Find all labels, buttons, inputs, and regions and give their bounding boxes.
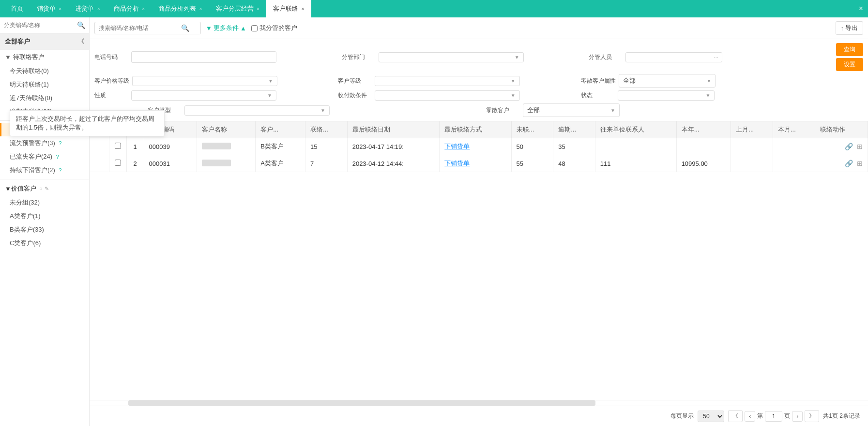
bottom-bar: 每页显示 50 20 100 《 ‹ 第 页 › 》 共1页 2条记录 — [90, 406, 868, 426]
nav-tab-customer-contact[interactable]: 客户联络 × — [266, 0, 311, 17]
row2-name-blurred — [202, 160, 231, 166]
sidebar-search-icon[interactable]: 🔍 — [77, 21, 85, 29]
close-sales-tab[interactable]: × — [59, 6, 61, 12]
close-all-tabs[interactable]: × — [859, 4, 863, 13]
already-lost-info-icon[interactable]: ? — [56, 154, 59, 160]
row2-last-contact-method: 下销货单 — [440, 155, 511, 172]
filter-row-1: 电话号码 分管部门 ▼ 分管人员 ··· — [94, 43, 863, 71]
nav-tab-product-analysis[interactable]: 商品分析 × — [107, 0, 152, 17]
nature-label: 性质 — [94, 91, 128, 100]
row1-settings-cell — [90, 138, 109, 155]
nav-tab-product-list[interactable]: 商品分析列表 × — [152, 0, 209, 17]
close-customer-tier-tab[interactable]: × — [257, 6, 259, 12]
row2-link-icon[interactable]: 🔗 — [845, 160, 853, 167]
retail-customer-select[interactable]: 全部 ▼ — [523, 103, 620, 117]
sidebar-collapse-icon[interactable]: 《 — [78, 37, 84, 46]
close-product-list-tab[interactable]: × — [199, 6, 202, 12]
row2-checkbox[interactable] — [115, 160, 121, 166]
row1-checkbox[interactable] — [115, 143, 121, 149]
sidebar-search-input[interactable] — [4, 22, 77, 29]
my-customers-checkbox-wrap: 我分管的客户 — [251, 24, 297, 32]
sidebar-item-today[interactable]: 今天待联络(0) — [0, 64, 89, 78]
filter-cell-price-level: 客户价格等级 ▼ — [94, 76, 333, 86]
my-customers-checkbox[interactable] — [251, 25, 258, 31]
sidebar-item-unclassified[interactable]: 未分组(32) — [0, 196, 89, 209]
filter-row-4: ··· 客户类型 ▼ 零散客户 全部 ▼ — [94, 103, 863, 117]
sidebar-item-7days[interactable]: 近7天待联络(0) — [0, 91, 89, 105]
page-number-input[interactable] — [765, 411, 782, 422]
customer-level-caret-icon: ▼ — [511, 78, 516, 84]
repurchase-tooltip: 距客户上次交易时长，超过了此客户的平均交易周期的1.5倍，则视为异常。 — [10, 110, 90, 136]
retail-attr-select[interactable]: 全部 ▼ — [619, 74, 716, 88]
settings-button[interactable]: 设置 — [836, 58, 863, 71]
customer-type-select[interactable]: ▼ — [184, 105, 330, 116]
price-level-label: 客户价格等级 — [94, 77, 129, 85]
total-records: 共1页 2条记录 — [823, 412, 860, 420]
phone-input[interactable] — [131, 51, 276, 63]
nature-select[interactable]: ▼ — [131, 90, 276, 101]
row2-grid-icon[interactable]: ⊞ — [857, 160, 863, 167]
manager-select[interactable]: ··· — [625, 52, 722, 62]
page-last-btn[interactable]: 》 — [805, 410, 819, 422]
dept-select[interactable]: ▼ — [379, 52, 524, 62]
filter-cell-customer-type: 客户类型 ▼ — [148, 105, 481, 116]
col-header-actions: 联络动作 — [815, 121, 868, 138]
sidebar-item-class-b[interactable]: B类客户(33) — [0, 223, 89, 236]
value-customer-group[interactable]: ▼ 价值客户 ○ ✎ — [0, 181, 89, 196]
row2-last-contact-method-link[interactable]: 下销货单 — [444, 160, 470, 167]
nav-tab-purchase[interactable]: 进货单 × — [68, 0, 107, 17]
export-icon: ↑ — [841, 25, 844, 32]
sidebar-item-class-c[interactable]: C类客户(6) — [0, 236, 89, 250]
nav-tab-sales[interactable]: 销货单 × — [30, 0, 68, 17]
close-customer-contact-tab[interactable]: × — [301, 6, 304, 12]
value-customer-edit-icon[interactable]: ○ — [39, 186, 43, 191]
sidebar-item-continuous-down[interactable]: 持续下滑客户(2) ? — [0, 163, 89, 177]
sidebar-item-already-lost[interactable]: 已流失客户(24) ? — [0, 150, 89, 163]
page-suffix: 页 — [784, 412, 790, 420]
row1-link-icon[interactable]: 🔗 — [845, 143, 853, 150]
nav-tab-customer-tier[interactable]: 客户分层经营 × — [209, 0, 266, 17]
continuous-down-info-icon[interactable]: ? — [59, 167, 61, 173]
filter-cell-dept: 分管部门 ▼ — [342, 52, 584, 62]
value-customer-config-icon[interactable]: ✎ — [45, 186, 49, 192]
row1-grid-icon[interactable]: ⊞ — [857, 143, 863, 150]
filter-cell-status: 状态 ▼ — [581, 90, 820, 101]
price-level-caret-icon: ▼ — [268, 78, 273, 84]
lost-preview-info-icon[interactable]: ? — [59, 140, 61, 146]
all-customers-header[interactable]: 全部客户 《 — [0, 33, 89, 50]
col-header-this-month: 本月... — [773, 121, 815, 138]
nav-tab-home[interactable]: 首页 — [4, 0, 30, 17]
customer-level-select[interactable]: ▼ — [375, 76, 520, 86]
export-button[interactable]: ↑ 导出 — [836, 21, 864, 35]
advanced-filter: 电话号码 分管部门 ▼ 分管人员 ··· — [90, 39, 868, 121]
col-header-category: 客户... — [256, 121, 305, 138]
per-page-select[interactable]: 50 20 100 — [698, 411, 724, 422]
sidebar-search-bar: 🔍 — [0, 17, 89, 33]
row1-name-blurred — [202, 143, 231, 149]
row2-this-year: 10995.00 — [676, 155, 731, 172]
more-conditions-btn[interactable]: ▼ 更多条件 ▲ — [206, 24, 246, 32]
status-select[interactable]: ▼ — [618, 90, 715, 101]
sidebar-item-tomorrow[interactable]: 明天待联络(1) — [0, 78, 89, 91]
payment-select[interactable]: ▼ — [375, 90, 520, 101]
page-first-btn[interactable]: 《 — [728, 410, 743, 422]
scrollbar-thumb[interactable] — [128, 400, 595, 406]
row1-action-icons: 🔗 ⊞ — [820, 143, 863, 150]
row2-action-icons: 🔗 ⊞ — [820, 160, 863, 167]
content-area: 🔍 ▼ 更多条件 ▲ 我分管的客户 ↑ 导出 — [90, 17, 868, 426]
sidebar-item-class-a[interactable]: A类客户(1) — [0, 209, 89, 223]
sidebar-item-lost-preview[interactable]: 流失预警客户(3) ? — [0, 136, 89, 150]
main-search-icon[interactable]: 🔍 — [181, 24, 189, 32]
close-purchase-tab[interactable]: × — [97, 6, 100, 12]
main-search-input[interactable] — [99, 25, 181, 31]
horizontal-scrollbar[interactable] — [90, 400, 868, 406]
query-button[interactable]: 查询 — [836, 43, 863, 56]
sidebar: 🔍 全部客户 《 ▼ 待联络客户 今天待联络(0) 明天待联络(1) 近7天待联… — [0, 17, 90, 426]
row1-last-contact-method-link[interactable]: 下销货单 — [444, 143, 470, 150]
price-level-select[interactable]: ▼ — [132, 76, 277, 86]
pending-contact-group[interactable]: ▼ 待联络客户 — [0, 50, 89, 64]
pending-contact-label: 待联络客户 — [13, 53, 45, 61]
page-next-btn[interactable]: › — [792, 411, 803, 422]
page-prev-btn[interactable]: ‹ — [745, 411, 755, 422]
close-product-analysis-tab[interactable]: × — [142, 6, 145, 12]
